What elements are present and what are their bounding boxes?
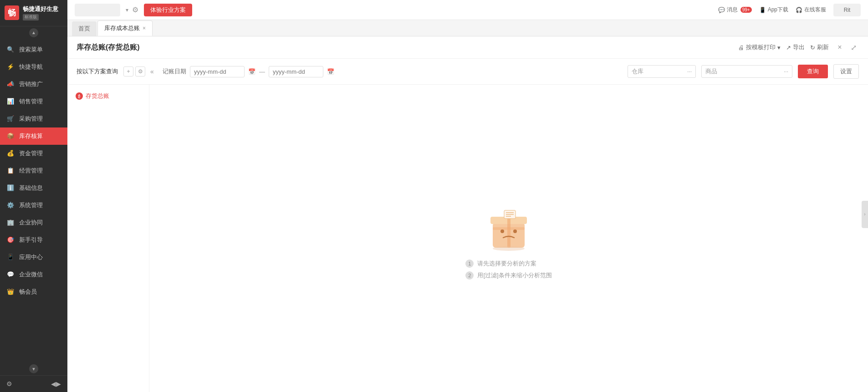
content-body: ₿ 存货总账 bbox=[67, 85, 868, 392]
warehouse-select[interactable]: 仓库 ··· bbox=[628, 65, 696, 78]
online-service-label: 在线客服 bbox=[804, 6, 826, 14]
main-area: ▾ ⚙ 体验行业方案 💬 消息 99+ 📱 App下载 🎧 在线客服 Rit bbox=[67, 0, 868, 392]
hint-2-num: 2 bbox=[465, 271, 474, 280]
calendar-end-icon[interactable]: 📅 bbox=[327, 68, 334, 75]
export-btn[interactable]: ↗ 导出 bbox=[786, 43, 805, 51]
filter-collapse-btn[interactable]: « bbox=[147, 66, 157, 76]
scheme-item-inventory[interactable]: ₿ 存货总账 bbox=[72, 89, 144, 103]
warehouse-more-icon: ··· bbox=[687, 68, 692, 75]
page-title: 库存总账(存货总账) bbox=[77, 43, 140, 52]
sidebar-item-operation[interactable]: 📋 经营管理 bbox=[0, 162, 67, 179]
sidebar-item-inventory[interactable]: 📦 库存核算 bbox=[0, 127, 67, 145]
sidebar-item-label: 营销推广 bbox=[19, 80, 43, 88]
filter-label: 按以下方案查询 bbox=[77, 67, 118, 76]
export-icon: ↗ bbox=[786, 44, 791, 51]
sidebar-item-sales[interactable]: 📊 销售管理 bbox=[0, 93, 67, 110]
tab-home[interactable]: 首页 bbox=[72, 21, 97, 36]
sidebar-item-label: 系统管理 bbox=[19, 201, 43, 209]
filter-settings-btn[interactable]: ⚙ bbox=[135, 66, 145, 76]
logo-icon: 畅 bbox=[5, 5, 19, 20]
empty-hint-2: 2 用[过滤]条件来缩小分析范围 bbox=[465, 271, 551, 280]
print-btn[interactable]: 🖨 按模板打印 ▾ bbox=[738, 43, 781, 51]
filter-add-btn[interactable]: + bbox=[123, 66, 133, 76]
query-button[interactable]: 查询 bbox=[798, 65, 828, 78]
date-end-input[interactable] bbox=[269, 66, 323, 77]
tab-active-label: 库存成本总账 bbox=[104, 24, 140, 32]
trial-button[interactable]: 体验行业方案 bbox=[144, 4, 192, 16]
page-close-btn[interactable]: × bbox=[834, 42, 845, 53]
gear-icon: ⚙ bbox=[138, 68, 143, 75]
settings-icon[interactable]: ⚙ bbox=[6, 380, 12, 387]
sidebar-item-purchase[interactable]: 🛒 采购管理 bbox=[0, 110, 67, 127]
calendar-start-icon[interactable]: 📅 bbox=[248, 68, 255, 75]
hint-1-text: 请先选择要分析的方案 bbox=[477, 260, 536, 268]
finance-icon: 💰 bbox=[6, 149, 15, 158]
sidebar-item-wechat[interactable]: 💬 企业微信 bbox=[0, 266, 67, 283]
topbar-gear-icon[interactable]: ⚙ bbox=[132, 5, 138, 14]
sidebar-item-guide[interactable]: 🎯 新手引导 bbox=[0, 231, 67, 249]
app-center-icon: 📱 bbox=[6, 253, 15, 261]
app-download-label: App下载 bbox=[768, 6, 788, 14]
sidebar-item-finance[interactable]: 💰 资金管理 bbox=[0, 145, 67, 162]
svg-rect-2 bbox=[507, 217, 511, 248]
page-expand-btn[interactable]: ⤢ bbox=[848, 42, 859, 53]
collapse-icon[interactable]: ◀▶ bbox=[51, 380, 61, 387]
date-start-input[interactable] bbox=[190, 66, 245, 77]
filter-date-group: 记账日期 📅 — 📅 bbox=[163, 66, 622, 77]
print-dropdown-icon: ▾ bbox=[777, 44, 781, 51]
svg-rect-3 bbox=[493, 227, 525, 230]
sidebar-scroll-down[interactable]: ▼ bbox=[29, 364, 38, 373]
scheme-panel: ₿ 存货总账 bbox=[67, 85, 149, 392]
topbar-dropdown-icon[interactable]: ▾ bbox=[126, 7, 128, 13]
setup-button[interactable]: 设置 bbox=[833, 64, 859, 79]
sidebar-item-member[interactable]: 👑 畅会员 bbox=[0, 283, 67, 300]
tab-inventory-ledger[interactable]: 库存成本总账 × bbox=[97, 20, 153, 36]
svg-point-5 bbox=[513, 229, 517, 233]
inventory-icon: 📦 bbox=[6, 132, 15, 140]
sidebar-item-system[interactable]: ⚙️ 系统管理 bbox=[0, 197, 67, 214]
app-download-btn[interactable]: 📱 App下载 bbox=[759, 6, 788, 14]
empty-svg bbox=[481, 198, 536, 252]
sidebar-item-basic[interactable]: ℹ️ 基础信息 bbox=[0, 179, 67, 197]
sidebar-item-quick-nav[interactable]: ⚡ 快捷导航 bbox=[0, 58, 67, 76]
sidebar-logo: 畅 畅捷通好生意 标准版 bbox=[0, 0, 67, 26]
tab-close-icon[interactable]: × bbox=[143, 25, 146, 31]
empty-illustration bbox=[481, 198, 536, 252]
filter-icons: + ⚙ « bbox=[123, 66, 157, 76]
print-label: 按模板打印 bbox=[746, 43, 776, 51]
product-more-icon: ··· bbox=[784, 68, 788, 75]
svg-point-4 bbox=[500, 229, 504, 233]
product-select[interactable]: 商品 ··· bbox=[701, 65, 792, 78]
sidebar-item-marketing[interactable]: 📣 营销推广 bbox=[0, 76, 67, 93]
sidebar-scroll-up[interactable]: ▲ bbox=[29, 28, 38, 37]
sidebar-item-label: 搜索菜单 bbox=[19, 46, 43, 54]
page-header: 库存总账(存货总账) 🖨 按模板打印 ▾ ↗ 导出 ↻ 刷新 × ⤢ bbox=[67, 36, 868, 59]
app-name: 畅捷通好生意 标准版 bbox=[23, 5, 58, 20]
scheme-item-label: 存货总账 bbox=[86, 92, 109, 100]
sidebar-item-label: 资金管理 bbox=[19, 149, 43, 158]
quick-nav-icon: ⚡ bbox=[6, 63, 15, 71]
logo-text-block: 畅捷通好生意 标准版 bbox=[23, 5, 58, 20]
messages-btn[interactable]: 💬 消息 99+ bbox=[718, 6, 752, 14]
messages-badge: 99+ bbox=[740, 7, 752, 13]
sidebar-item-label: 新手引导 bbox=[19, 236, 43, 244]
sidebar-item-enterprise[interactable]: 🏢 企业协同 bbox=[0, 214, 67, 231]
print-icon: 🖨 bbox=[738, 44, 744, 51]
content-area: 库存总账(存货总账) 🖨 按模板打印 ▾ ↗ 导出 ↻ 刷新 × ⤢ bbox=[67, 36, 868, 392]
online-service-btn[interactable]: 🎧 在线客服 bbox=[796, 6, 826, 14]
sidebar-nav: 🔍 搜索菜单 ⚡ 快捷导航 📣 营销推广 📊 销售管理 🛒 采购管理 📦 库存核… bbox=[0, 39, 67, 362]
sidebar-item-search[interactable]: 🔍 搜索菜单 bbox=[0, 41, 67, 58]
message-icon: 💬 bbox=[718, 7, 725, 13]
topbar: ▾ ⚙ 体验行业方案 💬 消息 99+ 📱 App下载 🎧 在线客服 Rit bbox=[67, 0, 868, 20]
sidebar: 畅 畅捷通好生意 标准版 ▲ 🔍 搜索菜单 ⚡ 快捷导航 📣 营销推广 📊 销售… bbox=[0, 0, 67, 392]
scheme-icon: ₿ bbox=[76, 92, 83, 100]
svg-point-10 bbox=[493, 246, 525, 251]
sidebar-item-label: 企业协同 bbox=[19, 219, 43, 227]
right-panel-toggle[interactable]: › bbox=[862, 201, 868, 228]
page-actions: 🖨 按模板打印 ▾ ↗ 导出 ↻ 刷新 × ⤢ bbox=[738, 42, 859, 53]
search-icon: 🔍 bbox=[6, 46, 15, 54]
messages-label: 消息 bbox=[727, 6, 738, 14]
sidebar-item-app-center[interactable]: 📱 应用中心 bbox=[0, 249, 67, 266]
user-avatar[interactable]: Rit bbox=[833, 4, 861, 16]
refresh-btn[interactable]: ↻ 刷新 bbox=[810, 43, 829, 51]
